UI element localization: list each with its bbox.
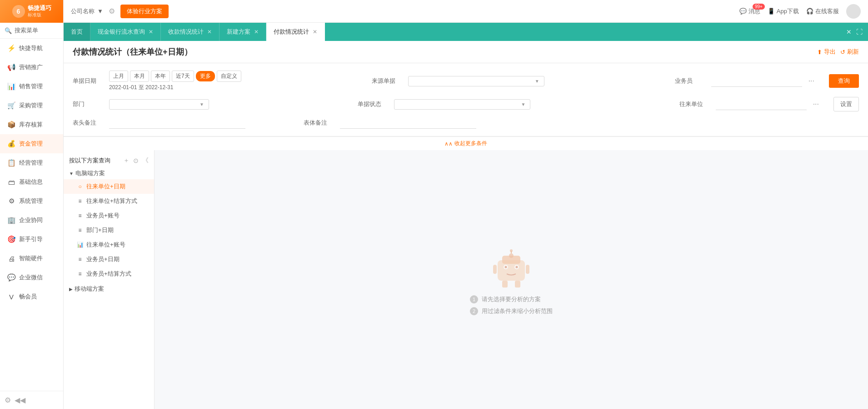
tab-close-payment-stats[interactable]: ✕ [313, 29, 317, 35]
scheme-item-counterpart-date[interactable]: ○ 往来单位+日期 [64, 179, 154, 194]
custom-btn[interactable]: 自定义 [217, 71, 241, 82]
close-all-icon[interactable]: ✕ [846, 28, 852, 35]
sidebar-item-vip[interactable]: V 畅会员 [0, 287, 63, 306]
svg-point-7 [505, 266, 507, 268]
query-btn[interactable]: 查询 [829, 74, 859, 88]
counterpart-ellipsis[interactable]: ··· [809, 100, 823, 108]
nav-icon-guide: 🎯 [7, 235, 15, 243]
chevron-up-icon: ∧∧ [444, 141, 453, 147]
nav-label-basic: 基础信息 [19, 178, 43, 186]
company-selector[interactable]: 公司名称 ▼ [71, 7, 103, 15]
sidebar-item-basic[interactable]: 🗃 基础信息 [0, 172, 63, 192]
svg-rect-12 [515, 281, 520, 288]
sidebar-nav: ⚡ 快捷导航📢 营销推广📊 销售管理🛒 采购管理📦 库存核算💰 资金管理📋 经营… [0, 39, 63, 306]
tab-receivable-stats[interactable]: 收款情况统计✕ [161, 23, 219, 41]
body-note-input[interactable] [340, 117, 476, 129]
sidebar-item-hardware[interactable]: 🖨 智能硬件 [0, 249, 63, 268]
scheme-item-staff-account[interactable]: ≡ 业务员+账号 [64, 208, 154, 223]
scheme-icon-counterpart-settlement: ≡ [76, 197, 84, 205]
sidebar-item-wechat[interactable]: 💬 企业微信 [0, 268, 63, 287]
data-area: 1 请先选择要分析的方案 2 用过滤条件来缩小分析范围 [155, 150, 868, 409]
dept-select[interactable]: ▼ [109, 99, 209, 110]
scheme-item-counterpart-settlement[interactable]: ≡ 往来单位+结算方式 [64, 194, 154, 208]
more-btn[interactable]: 更多 [196, 71, 215, 81]
last-month-btn[interactable]: 上月 [109, 71, 128, 82]
settings-btn[interactable]: 设置 [833, 97, 859, 111]
settings-icon[interactable]: ⚙ [5, 396, 11, 404]
desktop-group-header[interactable]: ▼ 电脑端方案 [64, 167, 154, 179]
this-year-btn[interactable]: 本年 [151, 71, 170, 82]
nav-icon-inventory: 📦 [7, 121, 15, 129]
sidebar-item-enterprise[interactable]: 🏢 企业协同 [0, 211, 63, 230]
nav-label-quick-nav: 快捷导航 [19, 44, 43, 52]
search-menu[interactable]: 🔍 搜索菜单 [0, 23, 63, 39]
scheme-item-counterpart-account[interactable]: 📊 往来单位+账号 [64, 237, 154, 252]
body-note-label: 表体备注 [304, 119, 329, 127]
export-btn[interactable]: ⬆ 导出 [817, 48, 836, 56]
nav-icon-finance: 💰 [7, 140, 15, 148]
tab-bank-flow[interactable]: 现金银行流水查询✕ [90, 23, 161, 41]
nav-label-enterprise: 企业协同 [19, 216, 43, 224]
empty-tips: 1 请先选择要分析的方案 2 用过滤条件来缩小分析范围 [470, 295, 553, 315]
doc-status-select[interactable]: ▼ [394, 99, 530, 110]
tab-close-bank-flow[interactable]: ✕ [149, 29, 153, 35]
this-month-btn[interactable]: 本月 [130, 71, 149, 82]
collapse-scheme-btn[interactable]: 《 [142, 157, 149, 165]
add-scheme-btn[interactable]: ＋ [123, 157, 130, 165]
tab-close-new-scheme[interactable]: ✕ [254, 29, 259, 35]
scheme-label-counterpart-settlement: 往来单位+结算方式 [86, 197, 137, 205]
nav-label-system: 系统管理 [19, 197, 43, 205]
scheme-item-staff-date[interactable]: ≡ 业务员+日期 [64, 252, 154, 267]
sidebar-item-marketing[interactable]: 📢 营销推广 [0, 58, 63, 77]
header-note-input[interactable] [109, 117, 245, 129]
tab-payment-stats[interactable]: 付款情况统计✕ [266, 23, 325, 41]
scheme-item-staff-settlement[interactable]: ≡ 业务员+结算方式 [64, 267, 154, 281]
sidebar-item-system[interactable]: ⚙ 系统管理 [0, 192, 63, 211]
nav-icon-basic: 🗃 [7, 178, 15, 186]
staff-ellipsis[interactable]: ··· [805, 77, 818, 85]
last-7-days-btn[interactable]: 近7天 [172, 71, 194, 82]
sidebar-item-operation[interactable]: 📋 经营管理 [0, 153, 63, 172]
sidebar-item-guide[interactable]: 🎯 新手引导 [0, 230, 63, 249]
scheme-icon-staff-account: ≡ [76, 212, 84, 219]
sidebar-item-inventory[interactable]: 📦 库存核算 [0, 115, 63, 134]
maximize-icon[interactable]: ⛶ [856, 28, 863, 35]
svg-point-8 [516, 266, 518, 268]
online-service-btn[interactable]: 🎧 在线客服 [806, 7, 839, 15]
refresh-btn[interactable]: ↺ 刷新 [840, 48, 859, 56]
staff-input[interactable] [711, 75, 802, 87]
tab-close-receivable-stats[interactable]: ✕ [207, 29, 212, 35]
scheme-icon-counterpart-date: ○ [76, 183, 84, 190]
sidebar-item-finance[interactable]: 💰 资金管理 [0, 134, 63, 153]
nav-icon-enterprise: 🏢 [7, 216, 15, 224]
settings-icon[interactable]: ⚙ [109, 7, 115, 15]
tab-new-scheme[interactable]: 新建方案✕ [219, 23, 266, 41]
scheme-icon-dept-date: ≡ [76, 227, 84, 234]
scheme-label: 按以下方案查询 [69, 157, 110, 165]
settings-scheme-btn[interactable]: ⊙ [133, 157, 139, 164]
sidebar-item-sales[interactable]: 📊 销售管理 [0, 77, 63, 96]
scheme-icon-staff-date: ≡ [76, 256, 84, 263]
mobile-group-header[interactable]: ▶ 移动端方案 [64, 283, 154, 295]
counterpart-input[interactable] [716, 98, 807, 110]
svg-point-4 [510, 249, 513, 252]
filter-row-3: 表头备注 表体备注 [73, 117, 859, 129]
empty-tip-1: 1 请先选择要分析的方案 [470, 295, 553, 303]
scheme-panel: 按以下方案查询 ＋ ⊙ 《 ▼ 电脑端方案 ○ 往来单位+日期≡ 往来单位+结算… [64, 150, 155, 409]
messages-btn[interactable]: 💬 消息 99+ [739, 7, 760, 15]
page-header: 付款情况统计（往来单位+日期） ⬆ 导出 ↺ 刷新 [64, 41, 868, 63]
nav-label-finance: 资金管理 [19, 140, 43, 148]
user-avatar[interactable] [846, 4, 861, 19]
source-select[interactable]: ▼ [408, 76, 544, 86]
headset-icon: 🎧 [806, 8, 813, 15]
app-download-btn[interactable]: 📱 App下载 [768, 7, 799, 15]
nav-label-vip: 畅会员 [19, 293, 37, 301]
scheme-item-dept-date[interactable]: ≡ 部门+日期 [64, 223, 154, 237]
trial-btn[interactable]: 体验行业方案 [120, 5, 169, 18]
tip-text-2: 用过滤条件来缩小分析范围 [482, 307, 553, 315]
sidebar-item-quick-nav[interactable]: ⚡ 快捷导航 [0, 39, 63, 58]
tab-home[interactable]: 首页 [64, 23, 90, 41]
collapse-icon[interactable]: ◀◀ [15, 396, 25, 404]
sidebar-item-purchase[interactable]: 🛒 采购管理 [0, 96, 63, 115]
collapse-btn[interactable]: ∧∧ 收起更多条件 [64, 136, 868, 150]
